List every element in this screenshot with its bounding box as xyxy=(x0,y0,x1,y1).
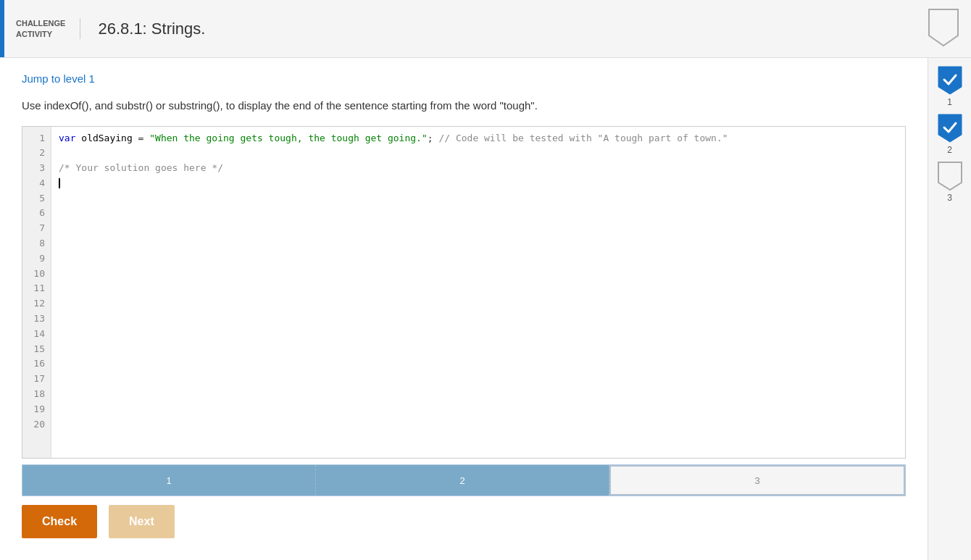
svg-marker-2 xyxy=(938,114,962,142)
next-button[interactable]: Next xyxy=(109,505,175,538)
sidebar-level-3[interactable]: 3 xyxy=(937,161,963,203)
svg-marker-0 xyxy=(929,9,958,46)
jump-to-level-link[interactable]: Jump to level 1 xyxy=(22,72,906,85)
sidebar-level-2-num: 2 xyxy=(947,145,952,155)
progress-tab-2[interactable]: 2 xyxy=(316,465,609,496)
instruction-text: Use indexOf(), and substr() or substring… xyxy=(22,98,906,114)
sidebar-level-1[interactable]: 1 xyxy=(937,65,963,107)
challenge-title: 26.8.1: Strings. xyxy=(80,20,205,38)
progress-tabs: 1 2 3 xyxy=(22,464,906,496)
code-content[interactable]: var oldSaying = "When the going gets tou… xyxy=(51,127,905,459)
progress-tab-1[interactable]: 1 xyxy=(22,465,316,496)
bottom-bar: Check Next xyxy=(22,505,906,546)
right-sidebar: 1 2 3 xyxy=(928,58,971,560)
check-button[interactable]: Check xyxy=(22,505,97,538)
line-numbers: 1 2 3 4 5 6 7 8 9 10 11 12 13 14 15 16 1 xyxy=(22,127,51,459)
svg-marker-3 xyxy=(938,162,962,190)
sidebar-level-2[interactable]: 2 xyxy=(937,113,963,155)
sidebar-level-3-num: 3 xyxy=(947,193,952,203)
challenge-label: CHALLENGE ACTIVITY xyxy=(16,18,80,39)
header-badge xyxy=(928,8,959,50)
sidebar-level-1-num: 1 xyxy=(947,97,952,107)
svg-marker-1 xyxy=(938,67,962,94)
code-editor[interactable]: 1 2 3 4 5 6 7 8 9 10 11 12 13 14 15 16 1 xyxy=(22,126,906,459)
progress-tab-3[interactable]: 3 xyxy=(609,465,905,496)
